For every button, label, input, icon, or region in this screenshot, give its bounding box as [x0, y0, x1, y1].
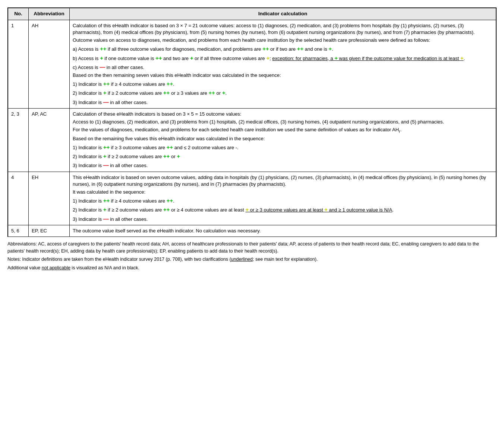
- table-row: 1 AH Calculation of this eHealth indicat…: [8, 20, 496, 108]
- cell-calc: Calculation of this eHealth indicator is…: [70, 20, 496, 108]
- abbreviations-text: Abbreviations: AC, access of caregivers …: [7, 241, 497, 255]
- header-no: No.: [8, 8, 29, 20]
- indicator-table: No. Abbreviation Indicator calculation 1…: [8, 8, 496, 237]
- cell-calc: This eHealth indicator is based on seven…: [70, 172, 496, 225]
- cell-abbr: AP, AC: [29, 108, 70, 172]
- notes-text: Notes: Indicator definitions are taken f…: [7, 256, 497, 263]
- additional-text: Additional value not applicable is visua…: [7, 264, 497, 272]
- cell-no: 2, 3: [8, 108, 29, 172]
- table-row: 2, 3 AP, AC Calculation of these eHealth…: [8, 108, 496, 172]
- cell-abbr: EP, EC: [29, 225, 70, 237]
- cell-abbr: AH: [29, 20, 70, 108]
- table-row: 5, 6 EP, EC The outcome value itself ser…: [8, 225, 496, 237]
- cell-calc: Calculation of these eHealth indicators …: [70, 108, 496, 172]
- cell-no: 1: [8, 20, 29, 108]
- table-row: 4 EH This eHealth indicator is based on …: [8, 172, 496, 225]
- main-table-container: No. Abbreviation Indicator calculation 1…: [7, 7, 497, 237]
- cell-no: 4: [8, 172, 29, 225]
- cell-calc: The outcome value itself served as the e…: [70, 225, 496, 237]
- header-indicator-calc: Indicator calculation: [70, 8, 496, 20]
- cell-no: 5, 6: [8, 225, 29, 237]
- table-header-row: No. Abbreviation Indicator calculation: [8, 8, 496, 20]
- notes-section: Abbreviations: AC, access of caregivers …: [7, 241, 497, 272]
- cell-abbr: EH: [29, 172, 70, 225]
- header-abbreviation: Abbreviation: [29, 8, 70, 20]
